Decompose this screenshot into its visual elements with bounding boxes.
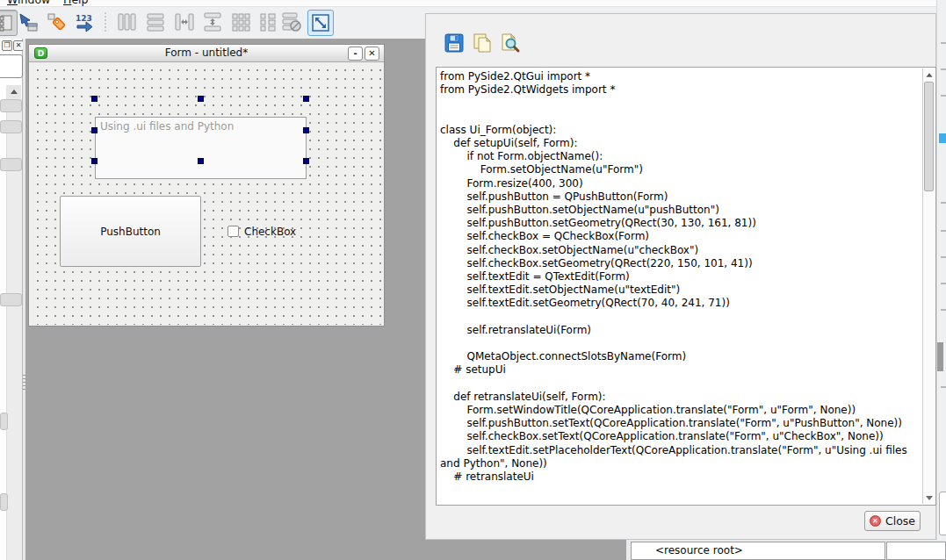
layout-horizontal-icon: [116, 11, 137, 32]
find-button[interactable]: [499, 32, 522, 54]
widget-category-row[interactable]: [0, 493, 8, 511]
adjust-size-button[interactable]: [307, 10, 334, 36]
up-arrow-icon: [11, 90, 18, 94]
resource-list[interactable]: [886, 542, 946, 560]
code-preview-dialog: from PySide2.QtGui import * from PySide2…: [425, 13, 936, 540]
widget-box-panel: ❐ ✕: [0, 39, 23, 560]
down-arrow-icon: [926, 496, 933, 500]
selection-handle[interactable]: [91, 96, 97, 102]
form-editor-window: D Form - untitled* - ✕ Using .ui files a…: [28, 44, 385, 327]
layout-vertical-icon: [145, 11, 166, 32]
adjust-size-icon: [310, 12, 331, 33]
save-button[interactable]: [443, 32, 466, 54]
edit-tab-order-button[interactable]: 123: [72, 10, 97, 34]
selection-handle[interactable]: [198, 96, 204, 102]
widget-category-row[interactable]: [0, 120, 22, 133]
selection-handle[interactable]: [303, 158, 309, 164]
menu-help[interactable]: Help: [63, 0, 89, 6]
edit-widgets-button[interactable]: [0, 10, 18, 36]
checkbox-box[interactable]: [227, 226, 239, 237]
edit-signals-slots-button[interactable]: [16, 10, 40, 34]
selection-handle[interactable]: [91, 158, 97, 164]
row-fragment: [941, 256, 946, 258]
pushbutton-widget[interactable]: PushButton: [60, 196, 201, 267]
generated-code-view[interactable]: from PySide2.QtGui import * from PySide2…: [436, 67, 936, 506]
layout-horizontally-button[interactable]: [114, 10, 139, 34]
resource-browser: <resource root>: [626, 540, 946, 560]
layout-vertical-splitter-button[interactable]: [200, 10, 225, 34]
widget-filter-input[interactable]: [0, 54, 23, 78]
form-layout-icon: [257, 11, 278, 32]
qt-designer-screen: Window Help: [0, 0, 946, 560]
row-fragment: [941, 386, 946, 388]
selection-handle[interactable]: [303, 127, 309, 133]
row-fragment: [941, 202, 946, 204]
copy-button[interactable]: [471, 32, 494, 54]
close-button-label: Close: [885, 514, 915, 528]
panel-box-fragment: [939, 492, 946, 535]
widget-category-row[interactable]: [0, 158, 22, 171]
property-editor-strip: [936, 0, 946, 560]
scroll-up-arrow[interactable]: [923, 68, 935, 81]
form-close-button[interactable]: ✕: [365, 47, 379, 61]
code-scrollbar[interactable]: [922, 68, 935, 504]
copy-icon: [471, 32, 494, 54]
save-icon: [443, 32, 466, 54]
layout-grid-button[interactable]: [228, 10, 253, 34]
edit-widgets-icon: [0, 12, 15, 33]
grid-layout-icon: [230, 11, 251, 32]
checkbox-label: CheckBox: [244, 226, 296, 238]
widget-category-row[interactable]: [0, 99, 22, 112]
row-fragment: [941, 68, 946, 70]
toolbar-separator: [105, 12, 106, 32]
scrollbar-fragment: [937, 342, 943, 371]
layout-form-button[interactable]: [256, 10, 280, 34]
checkbox-widget[interactable]: CheckBox: [227, 213, 315, 249]
layout-horizontal-splitter-button[interactable]: [172, 10, 197, 34]
up-arrow-icon: [926, 73, 932, 77]
widget-category-row[interactable]: [0, 293, 22, 306]
selected-row-fragment: [939, 133, 946, 143]
row-fragment: [941, 95, 946, 97]
panel-restore-button[interactable]: ❐: [2, 40, 12, 51]
form-window-titlebar: D Form - untitled* - ✕: [29, 45, 384, 62]
form-window-title: Form - untitled*: [29, 47, 384, 59]
edit-buddies-icon: [46, 11, 67, 32]
panel-scroll-up-button[interactable]: [6, 85, 21, 98]
selection-handle[interactable]: [91, 127, 97, 133]
horizontal-splitter-icon: [174, 11, 195, 32]
edit-tab-order-icon: 123: [74, 11, 95, 32]
scrollbar-thumb[interactable]: [924, 82, 934, 191]
scroll-down-arrow[interactable]: [923, 492, 935, 504]
selection-handle[interactable]: [198, 158, 204, 164]
close-red-icon: ✕: [870, 515, 881, 527]
row-fragment: [941, 42, 946, 44]
edit-signals-slots-icon: [18, 11, 39, 32]
svg-text:123: 123: [76, 14, 92, 23]
break-layout-button[interactable]: [279, 10, 304, 34]
edit-buddies-button[interactable]: [44, 10, 69, 34]
close-button[interactable]: ✕ Close: [864, 511, 921, 531]
textedit-widget[interactable]: Using .ui files and Python: [95, 117, 307, 179]
selection-handle[interactable]: [303, 96, 309, 102]
row-fragment: [941, 309, 946, 311]
menu-window[interactable]: Window: [7, 0, 50, 6]
form-canvas[interactable]: Using .ui files and Python PushButton Ch…: [30, 62, 383, 325]
row-fragment: [941, 230, 946, 232]
resource-tree[interactable]: <resource root>: [631, 542, 885, 560]
widget-category-row[interactable]: [0, 413, 8, 430]
resource-root-item[interactable]: <resource root>: [632, 542, 885, 556]
menu-bar: Window Help: [0, 0, 946, 7]
find-icon: [499, 32, 522, 54]
python-code-text: from PySide2.QtGui import * from PySide2…: [437, 68, 935, 484]
form-minimize-button[interactable]: -: [348, 47, 363, 61]
vertical-splitter-icon: [202, 11, 223, 32]
layout-vertically-button[interactable]: [143, 10, 168, 34]
row-fragment: [941, 283, 946, 284]
textedit-placeholder: Using .ui files and Python: [100, 120, 234, 133]
break-layout-icon: [281, 11, 302, 32]
